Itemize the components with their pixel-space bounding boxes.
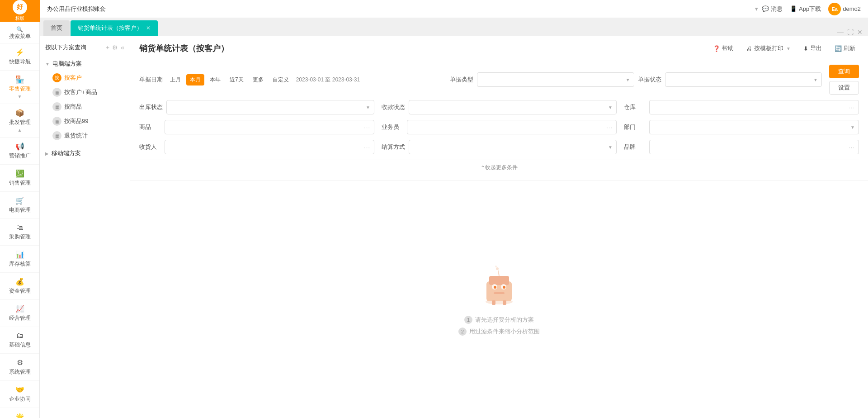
- receipt-status-filter-item: 收款状态 ▼: [382, 100, 617, 114]
- scheme-icon-product99: ▦: [52, 117, 61, 126]
- tab-sales-report[interactable]: 销货单统计表（按客户） ✕: [71, 20, 158, 36]
- message-button[interactable]: 💬 消息: [762, 5, 783, 13]
- export-icon: ⬇: [803, 45, 808, 52]
- tree-parent-desktop[interactable]: ▼ 电脑端方案: [40, 57, 130, 71]
- topbar-actions: 💬 消息 📱 App下载 Ea demo2: [762, 3, 861, 15]
- tree-child-bycustomer[interactable]: 按 按客户: [40, 71, 130, 85]
- print-icon: 🖨: [746, 45, 752, 52]
- sales-icon: 💹: [15, 169, 24, 178]
- settings-button[interactable]: 设置: [829, 81, 859, 95]
- receiver-input[interactable]: ···: [165, 140, 374, 154]
- stock-status-filter-item: 出库状态 ▼: [139, 100, 374, 114]
- receipt-status-input[interactable]: ▼: [409, 100, 617, 114]
- help-icon: ❓: [713, 45, 720, 52]
- download-icon: 📱: [790, 5, 797, 12]
- product-input[interactable]: ···: [165, 120, 374, 134]
- tab-minimize-button[interactable]: —: [837, 28, 844, 36]
- marketing-icon: 📢: [15, 142, 24, 151]
- salesperson-label: 业务员: [382, 123, 403, 131]
- user-menu-button[interactable]: Ea demo2: [828, 3, 861, 15]
- settlement-input[interactable]: ▼: [409, 140, 617, 154]
- order-type-input[interactable]: ▼: [477, 72, 634, 87]
- collapse-filters-button[interactable]: ⌃ 收起更多条件: [139, 160, 859, 175]
- date-range-display: 2023-03-01 至 2023-03-31: [296, 76, 360, 84]
- tab-maximize-button[interactable]: ⛶: [847, 28, 854, 36]
- sidebar: 好 标版 🔍 搜索菜单 ⚡ 快捷导航 🏪 零售管理 ▼ 📦 批发管理 ▲ 📢 营…: [0, 0, 40, 418]
- date-tab-7days[interactable]: 近7天: [226, 74, 247, 86]
- date-tab-more[interactable]: 更多: [249, 74, 267, 86]
- sidebar-item-sales[interactable]: 💹 销售管理: [0, 165, 39, 192]
- svg-rect-11: [492, 300, 495, 305]
- print-button[interactable]: 🖨 按模板打印: [743, 43, 794, 54]
- svg-point-10: [495, 266, 497, 267]
- tree-child-customer-product[interactable]: ▦ 按客户+商品: [40, 85, 130, 100]
- tab-home[interactable]: 首页: [43, 20, 70, 36]
- order-status-filter-item: 单据状态 ▼: [638, 72, 822, 87]
- sidebar-item-wholesale[interactable]: 📦 批发管理 ▲: [0, 104, 39, 138]
- filter-row-2: 出库状态 ▼ 收款状态 ▼ 仓库: [139, 100, 859, 114]
- department-input[interactable]: ▼: [649, 120, 859, 134]
- collapse-panel-button[interactable]: «: [121, 44, 124, 51]
- empty-illustration: [472, 263, 526, 309]
- settlement-label: 结算方式: [382, 143, 405, 151]
- sidebar-item-marketing[interactable]: 📢 营销推广: [0, 138, 39, 165]
- query-button[interactable]: 查询: [829, 65, 859, 78]
- logo-subtitle: 标版: [15, 15, 24, 22]
- salesperson-input[interactable]: ···: [407, 120, 617, 134]
- date-tab-lastmonth[interactable]: 上月: [166, 74, 184, 86]
- topbar-dropdown-icon[interactable]: ▾: [755, 5, 758, 12]
- salesperson-filter-item: 业务员 ···: [382, 120, 617, 134]
- tree-child-byproduct[interactable]: ▦ 按商品: [40, 100, 130, 114]
- filter-area: 单据日期 上月 本月 本年 近7天 更多 自定义 2023-03-01 至 20…: [130, 59, 868, 181]
- tree-parent-mobile[interactable]: ▶ 移动端方案: [40, 147, 130, 160]
- settings-scheme-button[interactable]: ⚙: [112, 44, 118, 51]
- right-content: 销货单统计表（按客户） ❓ 帮助 🖨 按模板打印 ⬇ 导出: [130, 36, 868, 418]
- sidebar-item-purchase[interactable]: 🛍 采购管理: [0, 219, 39, 246]
- date-tabs: 上月 本月 本年 近7天 更多 自定义: [166, 74, 292, 86]
- sidebar-item-newuser[interactable]: 🌟 新手引导: [0, 408, 39, 418]
- tree-child-returns[interactable]: ▦ 退货统计: [40, 128, 130, 143]
- svg-point-5: [494, 286, 496, 289]
- tab-closeall-button[interactable]: ✕: [857, 28, 863, 36]
- stock-status-input[interactable]: ▼: [166, 100, 374, 114]
- scheme-icon-product: ▦: [52, 102, 61, 111]
- date-tab-custom[interactable]: 自定义: [269, 74, 292, 86]
- help-button[interactable]: ❓ 帮助: [709, 43, 737, 54]
- export-button[interactable]: ⬇ 导出: [800, 43, 826, 54]
- scheme-icon-customer-product: ▦: [52, 88, 61, 97]
- sidebar-item-finance[interactable]: 💰 资金管理: [0, 273, 39, 300]
- warehouse-input[interactable]: ···: [649, 100, 859, 114]
- tree-child-product99[interactable]: ▦ 按商品99: [40, 114, 130, 128]
- system-icon: ⚙: [17, 358, 23, 367]
- scheme-icon-customer: 按: [52, 73, 61, 82]
- receiver-label: 收货人: [139, 143, 161, 151]
- sidebar-item-retail[interactable]: 🏪 零售管理 ▼: [0, 71, 39, 104]
- svg-line-8: [498, 271, 499, 276]
- sidebar-item-enterprise[interactable]: 🤝 企业协同: [0, 381, 39, 408]
- date-tab-thismonth[interactable]: 本月: [186, 74, 204, 86]
- filter-row-4: 收货人 ··· 结算方式 ▼ 品牌: [139, 140, 859, 154]
- department-label: 部门: [624, 123, 646, 131]
- content-area: 按以下方案查询 + ⚙ « ▼ 电脑端方案 按 按客户 ▦ 按客: [40, 36, 868, 418]
- warehouse-label: 仓库: [624, 103, 646, 111]
- tab-close-button[interactable]: ✕: [146, 25, 151, 31]
- sidebar-item-system[interactable]: ⚙ 系统管理: [0, 354, 39, 381]
- sidebar-item-inventory[interactable]: 📊 库存核算: [0, 246, 39, 273]
- sidebar-item-operations[interactable]: 📈 经营管理: [0, 300, 39, 327]
- date-tab-thisyear[interactable]: 本年: [206, 74, 224, 86]
- sidebar-item-ecommerce[interactable]: 🛒 电商管理: [0, 192, 39, 219]
- message-icon: 💬: [762, 5, 769, 12]
- refresh-button[interactable]: 🔄 刷新: [831, 43, 859, 54]
- sidebar-item-quicknav[interactable]: ⚡ 快捷导航: [0, 43, 39, 71]
- refresh-icon: 🔄: [835, 45, 842, 52]
- brand-input[interactable]: ···: [649, 140, 859, 154]
- order-status-input[interactable]: ▼: [665, 72, 822, 87]
- enterprise-icon: 🤝: [15, 385, 24, 394]
- sidebar-item-search[interactable]: 🔍 搜索菜单: [0, 22, 39, 43]
- tree-desktop-section: ▼ 电脑端方案 按 按客户 ▦ 按客户+商品 ▦ 按商品 ▦ 按商品99: [40, 55, 130, 145]
- topbar: 办公用品行业模拟账套 ▾ 💬 消息 📱 App下载 Ea demo2: [40, 0, 868, 18]
- add-scheme-button[interactable]: +: [106, 44, 109, 51]
- sidebar-item-basic[interactable]: 🗂 基础信息: [0, 327, 39, 354]
- finance-icon: 💰: [15, 277, 24, 286]
- app-download-button[interactable]: 📱 App下载: [790, 5, 821, 13]
